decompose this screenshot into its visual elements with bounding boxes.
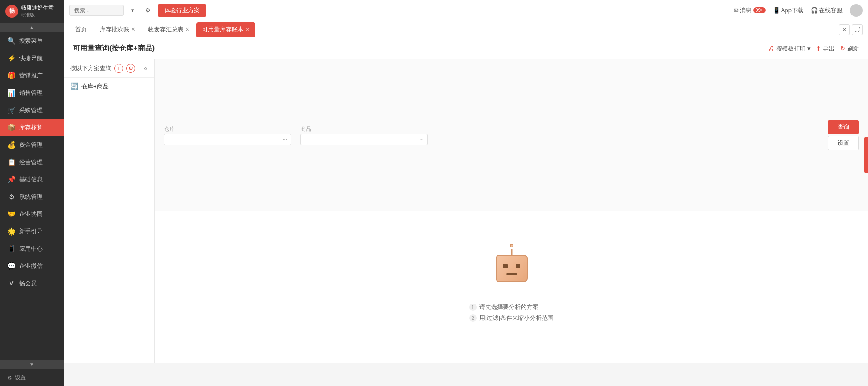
sidebar-item-label: 快捷导航 [19,54,43,62]
marketing-icon: 🎁 [7,72,15,80]
topbar-settings-btn[interactable]: ⚙ [142,5,154,15]
sidebar-item-label: 新手引导 [19,227,43,236]
print-dropdown-icon[interactable]: ▾ [807,45,811,52]
sidebar-item-sales[interactable]: 📊 销售管理 [0,84,64,102]
sidebar-item-collab[interactable]: 🤝 企业协同 [0,206,64,223]
sidebar-item-base-info[interactable]: 📌 基础信息 [0,171,64,188]
tab-label: 可用量库存账本 [202,26,244,34]
scheme-item-icon: 🔄 [70,82,79,91]
topbar-search-input[interactable] [69,5,124,16]
sidebar-item-label: 应用中心 [19,245,43,253]
tab-maximize-btn[interactable]: ⛶ [852,24,863,35]
scheme-panel-label: 按以下方案查询 [70,64,112,72]
tab-close-btn[interactable]: ✕ [131,26,135,32]
sidebar-item-quicknav[interactable]: ⚡ 快捷导航 [0,50,64,67]
sidebar-scroll-down[interactable]: ▼ [0,360,64,369]
app-logo: 畅 畅康通好生意 标准版 [0,0,64,23]
sidebar-item-label: 畅会员 [19,279,37,288]
hint-num-2: 2 [469,314,477,322]
tab-inout-summary[interactable]: 收发存汇总表 ✕ [142,22,195,37]
sidebar-scroll-up[interactable]: ▲ [0,23,64,32]
industry-solution-button[interactable]: 体验行业方案 [158,4,206,17]
sidebar-item-label: 基础信息 [19,175,43,184]
print-label: 按模板打印 [776,45,806,53]
add-scheme-btn[interactable]: + [114,64,123,73]
sidebar-item-operations[interactable]: 📋 经营管理 [0,154,64,171]
print-icon: 🖨 [768,45,774,52]
tab-home[interactable]: 首页 [69,22,93,37]
user-avatar[interactable] [850,4,863,17]
app-name: 畅康通好生意 [21,5,54,12]
wechat-icon: 💬 [7,262,15,270]
app-download-area[interactable]: 📱 App下载 [773,6,803,15]
operations-icon: 📋 [7,158,15,166]
column-settings-button[interactable]: 设置 [828,136,859,150]
sidebar-item-appcenter[interactable]: 📱 应用中心 [0,240,64,257]
product-more-btn[interactable]: ··· [419,136,424,143]
topbar-dropdown-btn[interactable]: ▾ [127,5,138,15]
main-area: ▾ ⚙ 体验行业方案 ✉ 消息 99+ 📱 App下载 🎧 在线客服 首页 [64,0,868,386]
app-download-label: App下载 [781,6,803,15]
collab-icon: 🤝 [7,210,15,218]
tab-inventory-batch[interactable]: 库存批次账 ✕ [94,22,141,37]
warehouse-filter-label: 仓库 [164,125,291,133]
topbar: ▾ ⚙ 体验行业方案 ✉ 消息 99+ 📱 App下载 🎧 在线客服 [64,0,868,21]
sidebar-item-membership[interactable]: V 畅会员 [0,275,64,292]
topbar-right: ✉ 消息 99+ 📱 App下载 🎧 在线客服 [734,4,863,17]
scheme-collapse-btn[interactable]: « [144,64,148,72]
hint-text-1: 请先选择要分析的方案 [479,303,538,311]
query-btns-area: 查询 设置 [828,120,859,150]
export-label: 导出 [823,45,835,53]
sidebar-item-label: 营销推广 [19,72,43,80]
tab-close-all-btn[interactable]: ✕ [839,24,850,35]
online-service-area[interactable]: 🎧 在线客服 [811,6,843,15]
export-btn[interactable]: ⬆ 导出 [816,45,835,53]
sidebar-item-search[interactable]: 🔍 搜索菜单 [0,32,64,50]
message-area[interactable]: ✉ 消息 99+ [734,6,766,15]
refresh-icon: ↻ [840,45,845,52]
sidebar-item-marketing[interactable]: 🎁 营销推广 [0,67,64,84]
tab-close-btn[interactable]: ✕ [185,26,189,32]
warehouse-filter-input[interactable] [168,136,281,143]
tab-available-qty[interactable]: 可用量库存账本 ✕ [196,22,255,37]
sidebar-item-wechat[interactable]: 💬 企业微信 [0,257,64,275]
page-header: 可用量查询(按仓库+商品) 🖨 按模板打印 ▾ ⬆ 导出 ↻ 刷新 [64,38,868,59]
filter-result-area: 仓库 ··· 商品 ··· [155,59,868,363]
sidebar-item-inventory[interactable]: 📦 库存核算 [0,119,64,136]
right-scrollbar[interactable] [864,137,868,173]
refresh-btn[interactable]: ↻ 刷新 [840,45,859,53]
empty-robot-icon [489,250,534,296]
sidebar-item-finance[interactable]: 💰 资金管理 [0,136,64,154]
sidebar-item-system[interactable]: ⚙ 系统管理 [0,188,64,206]
sidebar-item-guide[interactable]: 🌟 新手引导 [0,223,64,240]
query-button[interactable]: 查询 [828,120,859,134]
filter-area: 仓库 ··· 商品 ··· [155,59,868,211]
appcenter-icon: 📱 [7,245,15,253]
export-icon: ⬆ [816,45,821,52]
page-title: 可用量查询(按仓库+商品) [73,44,155,53]
scheme-settings-btn[interactable]: ⚙ [126,64,135,73]
tab-label: 库存批次账 [100,26,129,34]
scheme-item-warehouse-product[interactable]: 🔄 仓库+商品 [64,78,154,95]
sales-icon: 📊 [7,89,15,97]
warehouse-filter-group: 仓库 ··· [164,125,291,145]
tab-label: 收发存汇总表 [148,26,183,34]
warehouse-more-btn[interactable]: ··· [283,136,287,143]
product-filter-label: 商品 [300,125,428,133]
message-badge: 99+ [753,7,766,13]
purchase-icon: 🛒 [7,106,15,114]
warehouse-filter-input-wrap: ··· [164,134,291,145]
product-filter-input[interactable] [305,136,417,143]
sidebar-item-label: 企业微信 [19,262,43,270]
page-header-actions: 🖨 按模板打印 ▾ ⬆ 导出 ↻ 刷新 [768,45,859,53]
print-btn[interactable]: 🖨 按模板打印 ▾ [768,45,811,53]
sidebar-item-purchase[interactable]: 🛒 采购管理 [0,102,64,119]
guide-icon: 🌟 [7,227,15,236]
tab-close-btn[interactable]: ✕ [245,26,249,32]
content-area: 按以下方案查询 + ⚙ « 🔄 仓库+商品 仓库 [64,59,868,363]
product-filter-input-wrap: ··· [300,134,428,145]
app-version: 标准版 [21,12,54,18]
phone-icon: 📱 [773,7,780,14]
settings-bottom-label: 设置 [15,374,26,381]
sidebar-item-label: 经营管理 [19,158,43,166]
